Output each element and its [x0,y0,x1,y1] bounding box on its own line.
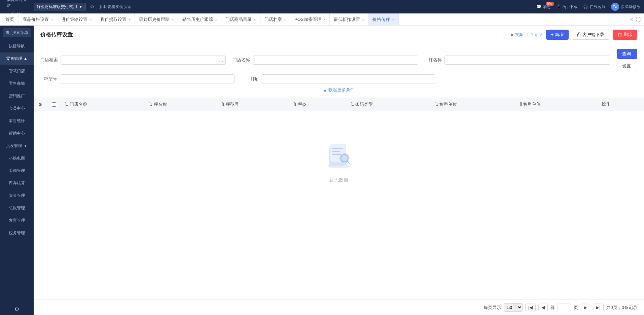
tab-item-4[interactable]: 采购历史价跟踪× [135,13,178,26]
th-barcode-type: ⇅ 条码类型 [347,98,431,111]
tab-close-10[interactable]: × [392,18,394,22]
sidebar-item-13[interactable]: 发票管理 [0,214,34,227]
tab-close-6[interactable]: × [254,18,256,22]
app-download-button[interactable]: 📱 App下载 [556,4,578,10]
tab-item-7[interactable]: 门店档案× [260,13,290,26]
tab-item-3[interactable]: 售价提取设置× [96,13,135,26]
page-input[interactable]: 1 [558,304,571,311]
online-service-button[interactable]: 🎧 在线客服 [583,4,606,10]
main-layout: 🔍 搜索菜单 快捷导航 零售管理 ▲智慧门店零售商城营销推广会员中心零售统计帮助… [0,26,644,315]
tab-close-8[interactable]: × [323,18,325,22]
sidebar-bottom: ⚙ [0,303,34,315]
version-selector[interactable]: 好业财标准版交付试用 ▼ [34,3,86,11]
video-link[interactable]: ▶ 视频 [511,32,523,38]
scale-ip-input[interactable] [261,74,436,83]
collapse-button[interactable]: ▲ 收起更多条件 [40,87,637,93]
tab-close-5[interactable]: × [215,18,217,22]
store-file-addon-btn[interactable]: ... [216,56,226,65]
store-name-input[interactable] [253,56,418,65]
scale-name-field: 秤名称 [425,56,610,65]
messages-button[interactable]: 💬 消息 99+ [536,4,551,10]
tab-item-5[interactable]: 销售历史价跟踪× [178,13,221,26]
store-file-input[interactable] [61,56,216,65]
tab-bar-right: ✕ ⛶ [630,17,643,22]
first-page-button[interactable]: |◀ [525,304,536,311]
tab-close-3[interactable]: × [129,18,131,22]
tab-bar: 首页商品价格设置×进价策略设置×售价提取设置×采购历史价跟踪×销售历史价跟踪×门… [0,13,644,26]
select-all-checkbox[interactable] [52,102,56,107]
sidebar-settings-icon[interactable]: ⚙ [14,306,19,312]
table-header-row: ⚙ ⇅ 门店名称 ⇅ 秤名称 [34,98,644,111]
sidebar-item-8[interactable]: 小畅电商 [0,152,34,165]
sidebar-quick-nav[interactable]: 快捷导航 [0,40,34,53]
store-file-field: 门店档案 ... [40,56,226,65]
sidebar-item-1[interactable]: 智慧门店 [0,65,34,77]
tab-item-8[interactable]: POS加密管理× [290,13,330,26]
per-page-select[interactable]: 10 20 50 100 [504,303,523,312]
delete-button[interactable]: 自 删除 [613,30,637,40]
search-menu-button[interactable]: 🔍 搜索菜单 [3,28,31,37]
sidebar-item-9[interactable]: 采购管理 [0,165,34,177]
tab-item-9[interactable]: 最低折扣设置× [330,13,368,26]
tab-item-1[interactable]: 商品价格设置× [19,13,57,26]
table-head: ⚙ ⇅ 门店名称 ⇅ 秤名称 [34,98,644,111]
help-link[interactable]: ? 帮助 [531,32,543,38]
sidebar-item-14[interactable]: 税务管理 [0,227,34,239]
tab-close-1[interactable]: × [51,18,53,22]
query-button[interactable]: 查询 [617,49,637,59]
tab-expand-icon[interactable]: ⛶ [636,17,641,22]
tab-close-7[interactable]: × [284,18,286,22]
sidebar-item-5[interactable]: 零售统计 [0,115,34,127]
tab-close-icon[interactable]: ✕ [630,17,634,22]
scale-name-input[interactable] [444,56,610,65]
tab-item-6[interactable]: 门店商品目录× [221,13,260,26]
messages-badge: 99+ [546,2,554,6]
sidebar-item-0[interactable]: 零售管理 ▲ [0,53,34,65]
th-gear: ⚙ [34,98,47,111]
scale-model-input[interactable] [60,74,235,83]
tab-close-2[interactable]: × [90,18,92,22]
pagination: 每页显示 10 20 50 100 |◀ ◀ 算 1 页 ▶ ▶| 共0页，0条… [34,300,644,315]
scale-model-field: 秤型号 [40,74,235,83]
tab-close-4[interactable]: × [172,18,174,22]
topbar-settings-icon[interactable]: ⚙ [89,3,95,10]
scale-model-label: 秤型号 [40,76,57,82]
next-page-button[interactable]: ▶ [581,304,590,311]
prev-page-button[interactable]: ◀ [538,304,548,311]
scale-ip-field: 秤ip [242,74,436,83]
sidebar-item-6[interactable]: 帮助中心 [0,127,34,140]
store-name-label: 门店名称 [232,57,250,63]
tab-item-10[interactable]: 价格传秤× [368,13,398,26]
sidebar-item-12[interactable]: 总账管理 [0,202,34,214]
user-menu[interactable]: Ea 徐泽华修改 [611,3,641,11]
add-button[interactable]: + 新增 [546,30,569,40]
data-table: ⚙ ⇅ 门店名称 ⇅ 秤名称 [34,98,644,111]
settings-search-button[interactable]: 设置 [617,61,637,71]
demo-button[interactable]: ◎ 我要看实例演示 [99,4,132,10]
tab-item-2[interactable]: 进价策略设置× [57,13,96,26]
th-checkbox [47,98,61,111]
sidebar-item-10[interactable]: 库存核算 [0,177,34,189]
total-text: 共0页，0条记录 [606,305,637,311]
sidebar-items: 零售管理 ▲智慧门店零售商城营销推广会员中心零售统计帮助中心批发管理 ▼小畅电商… [0,53,34,239]
last-page-button[interactable]: ▶| [593,304,603,311]
tab-item-0[interactable]: 首页 [1,13,19,26]
svg-rect-5 [332,154,341,155]
sidebar-item-3[interactable]: 营销推广 [0,90,34,102]
sidebar-item-11[interactable]: 资金管理 [0,189,34,202]
svg-rect-3 [332,148,343,149]
sidebar-item-4[interactable]: 会员中心 [0,102,34,115]
th-weight-unit: ⇅ 称重单位 [431,98,515,111]
sidebar-item-7[interactable]: 批发管理 ▼ [0,140,34,152]
download-button[interactable]: 凸 客户端下载 [572,30,610,40]
sidebar-search-area: 🔍 搜索菜单 [0,26,34,40]
page-header-right: ▶ 视频 | ? 帮助 + 新增 凸 客户端下载 自 删除 [511,30,637,40]
tab-close-9[interactable]: × [362,18,364,22]
sidebar-item-2[interactable]: 零售商城 [0,77,34,90]
empty-state: 暂无数据 [34,111,644,210]
top-bar: 畅捷通好业财 标准版 好业财标准版交付试用 ▼ ⚙ ◎ 我要看实例演示 💬 消息… [0,0,644,13]
search-form: 门店档案 ... 门店名称 秤名称 查询 [34,44,644,98]
th-scale-name: ⇅ 秤名称 [145,98,217,111]
gear-icon[interactable]: ⚙ [38,102,42,107]
th-action: 操作 [598,98,644,111]
